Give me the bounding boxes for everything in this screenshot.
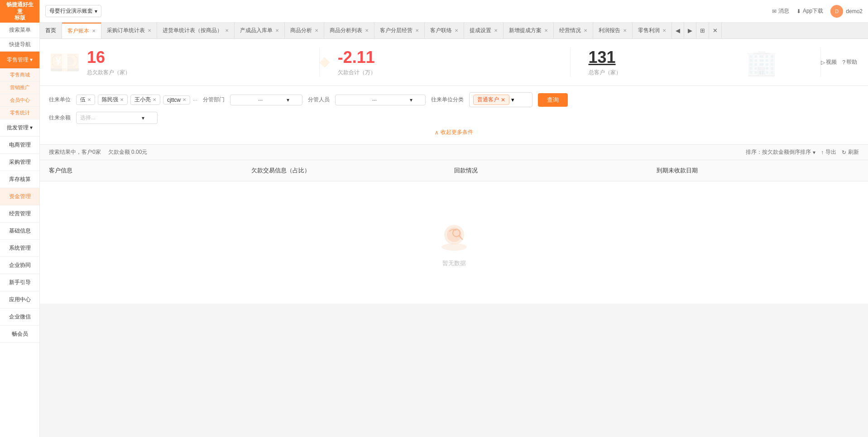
remove-tag-unit-0[interactable]: ✕ <box>87 97 91 102</box>
search-result-text: 搜索结果中，客户0家 <box>49 148 101 156</box>
stat-value-amount: -2.11 <box>338 48 375 67</box>
sidebar-item-guide[interactable]: 新手引导 <box>0 274 39 291</box>
tab-close-product-analysis-list[interactable]: ✕ <box>365 28 369 33</box>
sidebar-item-retail[interactable]: 零售管理 ▾ <box>0 52 39 69</box>
balance-placeholder: 选择... <box>80 114 96 122</box>
sidebar-item-member2[interactable]: 畅会员 <box>0 326 39 343</box>
filter-label-unit-type: 往来单位分类 <box>431 96 464 104</box>
query-button[interactable]: 查询 <box>538 93 568 107</box>
sidebar-item-quick-nav[interactable]: 快捷导航 <box>0 38 39 52</box>
filter-select-dept[interactable]: ··· ▾ <box>230 95 302 105</box>
tab-close-product-analysis[interactable]: ✕ <box>315 28 318 33</box>
tabbar: 首页 客户账本 ✕ 采购订单统计表 ✕ 进货单统计表（按商品） ✕ 产成品入库单… <box>40 23 868 39</box>
collapse-btn[interactable]: ∧ 收起更多条件 <box>435 128 473 136</box>
tab-customer-ledger[interactable]: 客户账本 ✕ <box>62 23 101 39</box>
person-select-dots: ··· <box>372 97 377 103</box>
message-icon: ✉ <box>772 8 777 14</box>
sort-btn[interactable]: 排序：按欠款金额倒序排序 ▾ <box>746 148 815 156</box>
refresh-btn[interactable]: ↻ 刷新 <box>842 148 859 156</box>
tab-close-customer-contact[interactable]: ✕ <box>455 28 458 33</box>
tab-close-customer-tier[interactable]: ✕ <box>415 28 419 33</box>
remove-tag-unit-2[interactable]: ✕ <box>153 97 156 102</box>
tab-profit-report[interactable]: 利润报告 ✕ <box>593 23 633 39</box>
tab-close-product-inbound[interactable]: ✕ <box>275 28 279 33</box>
sidebar-item-search[interactable]: 搜索菜单 <box>0 23 39 38</box>
stats-actions: ▷ 视频 ? 帮助 <box>821 58 857 66</box>
topbar: 母婴行业演示账套 ▾ ✉ 消息 ⬇ App下载 D demo2 <box>40 0 868 23</box>
video-btn[interactable]: ▷ 视频 <box>821 58 837 66</box>
remove-tag-unit-3[interactable]: ✕ <box>182 97 186 102</box>
tab-close-purchase-stats[interactable]: ✕ <box>148 28 151 33</box>
filter-select-person[interactable]: ··· ▾ <box>335 95 426 105</box>
tab-close-profit[interactable]: ✕ <box>623 28 627 33</box>
workspace-selector[interactable]: 母婴行业演示账套 ▾ <box>45 5 101 17</box>
remove-unit-type-tag[interactable]: ✕ <box>501 97 505 103</box>
tab-inbound-stats[interactable]: 进货单统计表（按商品） ✕ <box>157 23 235 39</box>
tab-new-commission[interactable]: 新增提成方案 ✕ <box>504 23 554 39</box>
amount-text: 欠款金额 0.00元 <box>108 148 148 156</box>
sidebar-subitem-retail-mall[interactable]: 零售商城 <box>0 69 39 81</box>
balance-dropdown-icon: ▾ <box>142 115 144 121</box>
filter-more-btn[interactable]: ··· <box>193 97 197 103</box>
col-debt-info: 欠款交易信息（占比） <box>251 165 454 176</box>
sidebar-subitem-retail-stats[interactable]: 零售统计 <box>0 107 39 119</box>
remove-tag-unit-1[interactable]: ✕ <box>120 97 124 102</box>
result-bar-right: 排序：按欠款金额倒序排序 ▾ ↑ 导出 ↻ 刷新 <box>746 148 859 156</box>
tab-business-situation[interactable]: 经营情况 ✕ <box>554 23 593 39</box>
tab-close-new-commission[interactable]: ✕ <box>544 28 548 33</box>
tab-nav-expand[interactable]: ⊞ <box>696 23 709 39</box>
stat-label-total: 总客户（家） <box>589 69 621 76</box>
tab-close-commission[interactable]: ✕ <box>494 28 498 33</box>
sidebar-item-finance[interactable]: 资金管理 <box>0 188 39 205</box>
filter-balance-input[interactable]: 选择... ▾ <box>76 112 158 124</box>
tab-purchase-stats[interactable]: 采购订单统计表 ✕ <box>101 23 157 39</box>
tab-close-inbound-stats[interactable]: ✕ <box>225 28 229 33</box>
empty-state: 暂无数据 <box>40 181 868 304</box>
sidebar-item-system[interactable]: 系统管理 <box>0 240 39 257</box>
tab-close-customer-ledger[interactable]: ✕ <box>92 28 96 33</box>
refresh-icon: ↻ <box>842 149 846 156</box>
sidebar-item-ecommerce[interactable]: 电商管理 <box>0 137 39 154</box>
tab-nav-right[interactable]: ▶ <box>684 23 696 39</box>
user-avatar: D <box>830 5 843 18</box>
help-btn[interactable]: ? 帮助 <box>842 58 857 66</box>
export-btn[interactable]: ↑ 导出 <box>821 148 836 156</box>
tab-product-analysis-list[interactable]: 商品分析列表 ✕ <box>324 23 374 39</box>
collapse-row: ∧ 收起更多条件 <box>49 128 859 136</box>
sidebar-item-wholesale[interactable]: 批发管理 ▾ <box>0 119 39 137</box>
sidebar-item-purchase[interactable]: 采购管理 <box>0 154 39 171</box>
help-icon: ? <box>842 59 845 66</box>
table-wrapper: 客户信息 欠款交易信息（占比） 回款情况 到期未收款日期 <box>40 160 868 304</box>
messages-btn[interactable]: ✉ 消息 <box>772 7 789 15</box>
tab-product-inbound[interactable]: 产成品入库单 ✕ <box>235 23 285 39</box>
sidebar-item-operation[interactable]: 经营管理 <box>0 205 39 223</box>
stat-block-total: 131 总客户（家） <box>571 48 821 76</box>
sidebar-item-basic-info[interactable]: 基础信息 <box>0 223 39 240</box>
tab-retail-profit[interactable]: 零售利润 ✕ <box>633 23 672 39</box>
sidebar-subitem-marketing[interactable]: 营销推广 <box>0 81 39 94</box>
filter-unit-type-container[interactable]: 普通客户 ✕ ▾ <box>469 92 532 107</box>
tab-home[interactable]: 首页 <box>40 23 62 39</box>
tab-commission-settings[interactable]: 提成设置 ✕ <box>464 23 504 39</box>
sidebar-item-enterprise[interactable]: 企业协同 <box>0 257 39 274</box>
filter-tag-unit-3: cjttcw ✕ <box>163 95 190 104</box>
app-download-btn[interactable]: ⬇ App下载 <box>796 7 823 15</box>
filter-tag-unit-1: 陈民强 ✕ <box>98 95 128 105</box>
tab-close-business[interactable]: ✕ <box>584 28 587 33</box>
tab-nav-left[interactable]: ◀ <box>672 23 684 39</box>
sidebar-item-app-center[interactable]: 应用中心 <box>0 291 39 309</box>
sidebar-item-wechat[interactable]: 企业微信 <box>0 309 39 326</box>
tab-close-retail-profit[interactable]: ✕ <box>662 28 666 33</box>
stat-label-amount: 欠款合计（万） <box>338 69 376 76</box>
app-logo: 畅捷通好生意标版 <box>0 0 39 23</box>
filter-tag-unit-2: 王小亮 ✕ <box>130 95 160 105</box>
col-due-date: 到期未收款日期 <box>657 165 859 176</box>
topbar-left: 母婴行业演示账套 ▾ <box>45 5 101 17</box>
tab-customer-contact[interactable]: 客户联络 ✕ <box>425 23 464 39</box>
tab-nav-close-all[interactable]: ✕ <box>709 23 722 39</box>
tab-customer-tier[interactable]: 客户分层经营 ✕ <box>374 23 425 39</box>
sidebar-item-inventory[interactable]: 库存核算 <box>0 171 39 188</box>
sidebar-subitem-member[interactable]: 会员中心 <box>0 94 39 107</box>
tab-product-analysis[interactable]: 商品分析 ✕ <box>285 23 324 39</box>
user-area[interactable]: D demo2 <box>830 5 863 18</box>
